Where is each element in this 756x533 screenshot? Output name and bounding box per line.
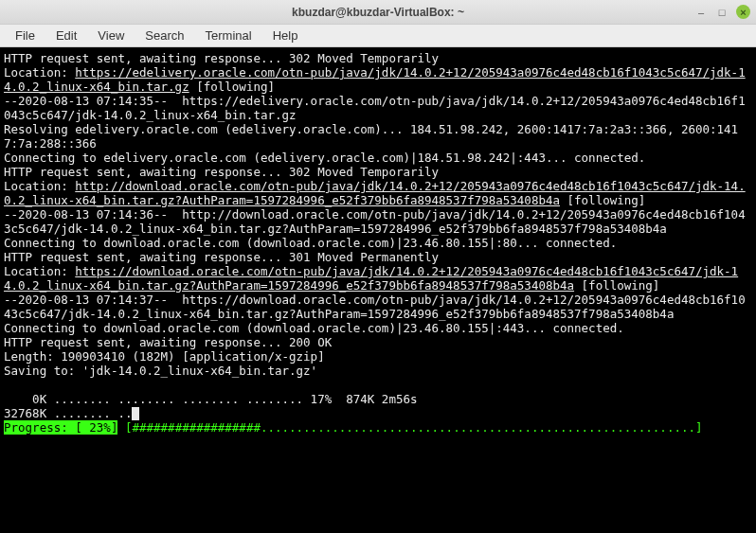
menu-terminal[interactable]: Terminal xyxy=(196,27,261,44)
term-line: --2020-08-13 07:14:36-- http://download.… xyxy=(4,207,746,236)
window-controls: – □ × xyxy=(694,5,750,19)
term-progress-line: 32768K ........ .. xyxy=(4,406,139,420)
menu-view[interactable]: View xyxy=(88,27,134,44)
minimize-button[interactable]: – xyxy=(694,6,708,19)
menu-edit[interactable]: Edit xyxy=(46,27,86,44)
term-progress-bar: Progress: [ 23%] [##################....… xyxy=(4,420,703,435)
window-title: kbuzdar@kbuzdar-VirtualBox: ~ xyxy=(292,6,464,19)
term-line: Connecting to download.oracle.com (downl… xyxy=(4,321,624,335)
term-line: Length: 190903410 (182M) [application/x-… xyxy=(4,349,325,364)
menubar: File Edit View Search Terminal Help xyxy=(0,25,756,47)
term-line: Location: https://download.oracle.com/ot… xyxy=(4,264,738,293)
term-line: HTTP request sent, awaiting response... … xyxy=(4,250,439,264)
term-line: Connecting to edelivery.oracle.com (edel… xyxy=(4,151,645,165)
close-button[interactable]: × xyxy=(736,5,750,19)
maximize-button[interactable]: □ xyxy=(715,6,729,19)
term-line: Location: http://download.oracle.com/otn… xyxy=(4,179,746,207)
term-line: Resolving edelivery.oracle.com (edeliver… xyxy=(4,122,738,151)
menu-file[interactable]: File xyxy=(6,27,45,44)
term-line: HTTP request sent, awaiting response... … xyxy=(4,165,439,179)
terminal-cursor-icon xyxy=(132,407,139,420)
menu-search[interactable]: Search xyxy=(135,27,193,44)
term-line: --2020-08-13 07:14:37-- https://download… xyxy=(4,293,746,321)
menu-help[interactable]: Help xyxy=(263,27,308,44)
term-line: Location: https://edelivery.oracle.com/o… xyxy=(4,65,746,94)
term-progress-line: 0K ........ ........ ........ ........ 1… xyxy=(4,392,418,406)
terminal-output[interactable]: HTTP request sent, awaiting response... … xyxy=(0,47,756,533)
term-line: HTTP request sent, awaiting response... … xyxy=(4,51,439,65)
term-line: HTTP request sent, awaiting response... … xyxy=(4,335,332,349)
titlebar: kbuzdar@kbuzdar-VirtualBox: ~ – □ × xyxy=(0,0,756,25)
term-line: Saving to: 'jdk-14.0.2_linux-x64_bin.tar… xyxy=(4,364,317,378)
term-line: Connecting to download.oracle.com (downl… xyxy=(4,236,617,250)
term-line: --2020-08-13 07:14:35-- https://edeliver… xyxy=(4,94,746,122)
